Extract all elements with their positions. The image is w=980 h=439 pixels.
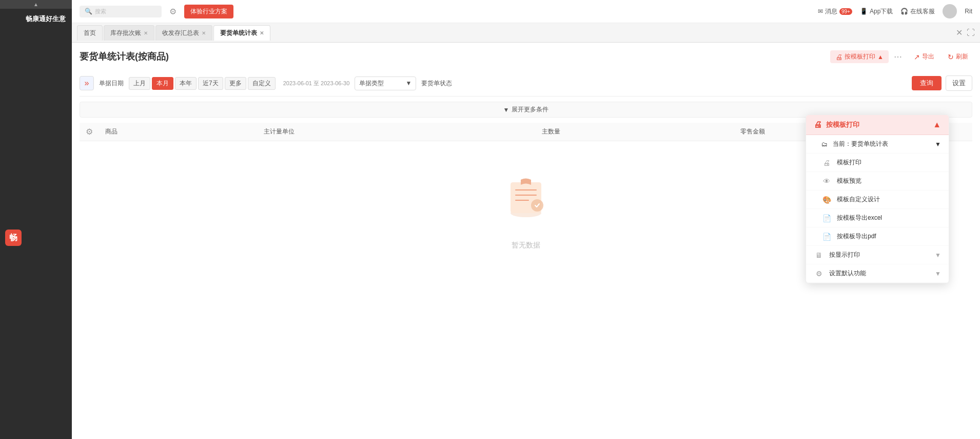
tab-receipt-summary-close[interactable]: ✕ [202, 30, 206, 36]
online-service-label: 在线客服 [910, 7, 935, 16]
date-btn-custom[interactable]: 自定义 [248, 77, 276, 90]
sidebar: ▲ 畅 畅康通好生意 标准版 🔍 搜索菜单 ⚡ 快捷导航 📢 营销推广 💰 销售… [0, 0, 72, 439]
tab-batch-account-label: 库存批次账 [110, 29, 141, 37]
sidebar-scroll-up[interactable]: ▲ [0, 0, 72, 9]
expand-down-icon: ▼ [503, 106, 509, 113]
dropdown-current-left: 🗂 当前：要货单统计表 [821, 140, 888, 148]
app-download-button[interactable]: 📱 App下载 [860, 7, 893, 16]
tab-order-summary-label: 要货单统计表 [220, 29, 257, 37]
logo-text: 畅康通好生意 标准版 [26, 15, 66, 439]
settings-button[interactable]: 设置 [946, 75, 972, 91]
tab-receipt-summary[interactable]: 收发存汇总表 ✕ [155, 25, 212, 41]
refresh-button[interactable]: ↻ 刷新 [944, 50, 972, 63]
window-maximize-btn[interactable]: ⛶ [967, 28, 975, 37]
query-button[interactable]: 查询 [912, 76, 942, 90]
date-btn-last-month[interactable]: 上月 [129, 77, 150, 90]
main: 🔍 搜索 ⚙ 体验行业方案 ✉ 消息 99+ 📱 App下载 🎧 在线客服 Ri… [72, 0, 980, 439]
default-fn-arrow: ▼ [935, 270, 941, 277]
default-fn-label: 设置默认功能 [829, 269, 866, 278]
dropdown-title: 🖨 按模板打印 [814, 120, 859, 129]
col-unit-header: 主计量单位 [258, 123, 536, 141]
empty-illustration [500, 172, 552, 233]
message-icon: ✉ [818, 8, 823, 15]
export-excel-label: 按模板导出excel [837, 214, 882, 222]
tabbar: 首页 库存批次账 ✕ 收发存汇总表 ✕ 要货单统计表 ✕ ✕ ⛶ [72, 23, 980, 43]
dropdown-close-button[interactable]: ▲ [933, 120, 941, 129]
tab-order-summary[interactable]: 要货单统计表 ✕ [213, 25, 270, 41]
print-label: 按模板打印 [845, 52, 875, 61]
tab-batch-account-close[interactable]: ✕ [144, 30, 148, 36]
export-button[interactable]: ↗ 导出 [910, 50, 938, 63]
date-btn-last-7days[interactable]: 近7天 [198, 77, 223, 90]
window-close-btn[interactable]: ✕ [956, 28, 963, 37]
export-label: 导出 [922, 52, 934, 61]
avatar [943, 4, 957, 18]
print-arrow-up: ▲ [877, 53, 884, 61]
svg-point-1 [531, 199, 543, 212]
filter-expand-button[interactable]: » [80, 76, 94, 90]
dropdown-item-template-design[interactable]: 🎨 模板自定义设计 [806, 190, 949, 209]
refresh-icon: ↻ [948, 53, 954, 61]
more-icon[interactable]: ⋯ [894, 52, 902, 62]
order-type-select[interactable]: 单据类型 ▼ [355, 77, 416, 90]
col-goods-header: 商品 [99, 123, 258, 141]
display-print-icon: 🖥 [814, 251, 824, 259]
app-download-label: App下载 [870, 7, 893, 16]
export-icon: ↗ [914, 53, 920, 61]
dropdown-item-display-print[interactable]: 🖥 按显示打印 ▼ [806, 246, 949, 264]
dropdown-current-label: 当前：要货单统计表 [833, 140, 888, 148]
select-arrow-icon: ▼ [405, 80, 411, 87]
tab-home[interactable]: 首页 [77, 25, 103, 41]
dropdown-item-template-preview[interactable]: 👁 模板预览 [806, 172, 949, 190]
col-quantity-header: 主数量 [536, 123, 734, 141]
display-print-label: 按显示打印 [829, 251, 860, 259]
topbar-gear-icon[interactable]: ⚙ [167, 7, 179, 16]
date-btn-more[interactable]: 更多 [225, 77, 246, 90]
logo-icon: 畅 [5, 230, 22, 246]
tab-receipt-summary-label: 收发存汇总表 [162, 29, 199, 37]
col-settings-icon[interactable]: ⚙ [86, 127, 93, 136]
empty-text: 暂无数据 [512, 241, 540, 250]
topbar-search[interactable]: 🔍 搜索 [80, 6, 162, 17]
dropdown-print-icon: 🖨 [814, 120, 822, 129]
messages-button[interactable]: ✉ 消息 99+ [818, 7, 852, 16]
tab-batch-account[interactable]: 库存批次账 ✕ [104, 25, 154, 41]
dropdown-item-template-print[interactable]: 🖨 模板打印 [806, 154, 949, 172]
current-arrow-icon: ▼ [935, 141, 941, 148]
dropdown-item-export-pdf[interactable]: 📄 按模板导出pdf [806, 227, 949, 246]
page-content: 要货单统计表(按商品) 🖨 按模板打印 ▲ ⋯ ↗ 导出 ↻ 刷新 » 单据日期 [72, 43, 980, 439]
print-dropdown-menu: 🖨 按模板打印 ▲ 🗂 当前：要货单统计表 ▼ 🖨 模板打印 👁 [806, 114, 949, 283]
dropdown-item-default-fn[interactable]: ⚙ 设置默认功能 ▼ [806, 264, 949, 283]
filter-bar: » 单据日期 上月 本月 本年 近7天 更多 自定义 2023-06-01 至 … [80, 70, 972, 97]
online-service-button[interactable]: 🎧 在线客服 [900, 7, 935, 16]
topbar-right: ✉ 消息 99+ 📱 App下载 🎧 在线客服 Rit [818, 4, 972, 18]
print-template-button[interactable]: 🖨 按模板打印 ▲ [830, 50, 889, 63]
date-btn-current-month[interactable]: 本月 [152, 77, 173, 90]
tab-order-summary-close[interactable]: ✕ [260, 30, 264, 36]
messages-badge: 99+ [839, 8, 852, 15]
template-print-label: 模板打印 [837, 158, 861, 167]
export-excel-icon: 📄 [821, 214, 832, 222]
dropdown-title-text: 按模板打印 [826, 120, 859, 129]
current-template-icon: 🗂 [821, 141, 828, 148]
export-pdf-label: 按模板导出pdf [837, 232, 876, 241]
topbar: 🔍 搜索 ⚙ 体验行业方案 ✉ 消息 99+ 📱 App下载 🎧 在线客服 Ri… [72, 0, 980, 23]
template-design-icon: 🎨 [821, 196, 832, 204]
page-actions: 🖨 按模板打印 ▲ ⋯ ↗ 导出 ↻ 刷新 [830, 50, 972, 63]
print-icon: 🖨 [835, 53, 842, 61]
dropdown-item-current[interactable]: 🗂 当前：要货单统计表 ▼ [806, 135, 949, 154]
default-fn-icon: ⚙ [814, 270, 824, 278]
messages-label: 消息 [825, 7, 837, 16]
dropdown-item-export-excel[interactable]: 📄 按模板导出excel [806, 209, 949, 227]
filter-actions: 查询 设置 [912, 75, 972, 91]
template-print-icon: 🖨 [821, 159, 832, 167]
trial-button[interactable]: 体验行业方案 [184, 5, 233, 18]
export-pdf-icon: 📄 [821, 233, 832, 241]
username: Rit [965, 8, 972, 15]
topbar-search-placeholder: 搜索 [95, 8, 106, 15]
topbar-search-icon: 🔍 [85, 8, 92, 15]
refresh-label: 刷新 [956, 52, 968, 61]
date-buttons: 上月 本月 本年 近7天 更多 自定义 [129, 77, 276, 90]
date-btn-current-year[interactable]: 本年 [175, 77, 197, 90]
window-controls: ✕ ⛶ [956, 28, 975, 37]
